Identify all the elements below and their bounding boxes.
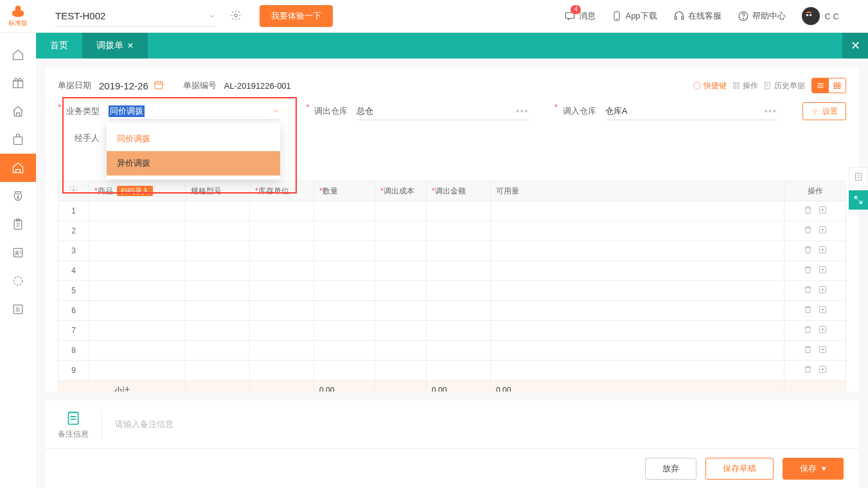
app-download-button[interactable]: App下载: [612, 10, 657, 22]
svg-rect-28: [733, 86, 736, 89]
svg-rect-37: [838, 83, 840, 86]
nav-gift[interactable]: [0, 69, 36, 97]
close-all-tabs[interactable]: ✕: [842, 33, 868, 59]
delete-icon[interactable]: [803, 265, 813, 275]
table-row[interactable]: 3: [58, 241, 846, 261]
delete-icon[interactable]: [803, 345, 813, 354]
nav-home2[interactable]: [0, 97, 36, 125]
top-gear-icon[interactable]: [230, 10, 242, 23]
col-op: 操作: [784, 181, 846, 201]
phone-icon: [612, 10, 622, 22]
table-row[interactable]: 9: [58, 361, 846, 381]
help-button[interactable]: 帮助中心: [738, 10, 786, 22]
svg-text:新: 新: [15, 307, 21, 312]
in-warehouse-field[interactable]: *调入仓库 仓库A•••: [554, 102, 777, 120]
view-grid[interactable]: [829, 78, 846, 93]
dd-option-same-price[interactable]: 同价调拨: [107, 127, 280, 151]
delete-icon[interactable]: [803, 205, 813, 215]
nav-warehouse[interactable]: [0, 154, 36, 182]
nav-bag[interactable]: [0, 125, 36, 154]
svg-rect-70: [855, 174, 861, 181]
user-menu[interactable]: C C: [802, 7, 839, 25]
settings-button[interactable]: 设置: [802, 102, 846, 120]
table-row[interactable]: 2: [58, 221, 846, 241]
nav-contact[interactable]: [0, 239, 36, 267]
support-button[interactable]: 在线客服: [673, 10, 722, 22]
messages-button[interactable]: 4 消息: [564, 10, 596, 22]
col-gear[interactable]: [58, 181, 89, 201]
biz-type-field[interactable]: *业务类型 同价调拨 同价调拨 异价调拨: [58, 102, 280, 120]
add-icon[interactable]: [818, 265, 828, 275]
logo: 标准版: [0, 0, 36, 32]
add-icon[interactable]: [818, 345, 828, 354]
delete-icon[interactable]: [803, 365, 813, 374]
add-icon[interactable]: [818, 365, 828, 374]
add-icon[interactable]: [818, 205, 828, 215]
nav-clipboard[interactable]: [0, 210, 36, 239]
dd-option-diff-price[interactable]: 异价调拨: [107, 151, 280, 176]
sidebar: 新: [0, 33, 36, 488]
svg-point-8: [806, 14, 808, 16]
nav-money[interactable]: [0, 182, 36, 210]
save-draft-button[interactable]: 保存草稿: [705, 458, 774, 480]
delete-icon[interactable]: [803, 285, 813, 294]
calendar-icon[interactable]: [154, 80, 164, 92]
ops-button[interactable]: 操作: [732, 80, 758, 91]
tab-home[interactable]: 首页: [36, 33, 82, 59]
tenant-select[interactable]: TEST-H002: [55, 5, 216, 27]
svg-rect-5: [681, 17, 683, 20]
svg-rect-21: [155, 82, 163, 89]
svg-point-0: [235, 14, 238, 17]
more-icon[interactable]: •••: [516, 105, 529, 117]
table-row[interactable]: 8: [58, 341, 846, 361]
add-icon[interactable]: [818, 245, 828, 255]
add-icon[interactable]: [818, 325, 828, 334]
shortcut-button[interactable]: 快捷键: [693, 80, 727, 91]
doc-date-label: 单据日期: [58, 80, 91, 91]
discard-button[interactable]: 放弃: [645, 458, 696, 480]
avatar: [802, 7, 820, 25]
history-button[interactable]: 历史单据: [763, 80, 805, 91]
nav-circle[interactable]: [0, 267, 36, 295]
table-row[interactable]: 1: [58, 201, 846, 221]
add-icon[interactable]: [818, 285, 828, 294]
delete-icon[interactable]: [803, 325, 813, 334]
table-row[interactable]: 7: [58, 321, 846, 341]
nav-new[interactable]: 新: [0, 295, 36, 323]
chevron-down-icon: [208, 12, 216, 20]
form-row-1: *业务类型 同价调拨 同价调拨 异价调拨: [58, 102, 846, 120]
topbar: 标准版 TEST-H002 我要体验一下 4 消息 App下载 在线客服 帮助中…: [0, 0, 868, 33]
view-toggle: [811, 78, 846, 93]
scan-button[interactable]: 扫码录入: [117, 186, 153, 196]
gear-icon: [69, 185, 78, 195]
svg-rect-26: [733, 82, 736, 85]
note-icon: [65, 410, 82, 426]
headset-icon: [673, 10, 685, 22]
table-row[interactable]: 4: [58, 261, 846, 281]
col-unit: *库存单位: [250, 181, 314, 201]
svg-point-25: [694, 82, 701, 89]
nav-home[interactable]: [0, 41, 36, 69]
view-list[interactable]: [812, 78, 829, 93]
tabstrip: 首页 调拨单✕ ✕: [36, 33, 868, 59]
side-note-icon[interactable]: [849, 167, 868, 186]
add-icon[interactable]: [818, 225, 828, 235]
svg-point-7: [743, 18, 743, 19]
more-icon[interactable]: •••: [764, 105, 777, 117]
tab-close-icon[interactable]: ✕: [127, 41, 134, 50]
doc-date-value[interactable]: 2019-12-26: [99, 80, 148, 91]
table-row[interactable]: 5: [58, 281, 846, 301]
trial-button[interactable]: 我要体验一下: [260, 5, 333, 27]
tab-transfer[interactable]: 调拨单✕: [82, 33, 148, 59]
delete-icon[interactable]: [803, 305, 813, 314]
add-icon[interactable]: [818, 305, 828, 314]
delete-icon[interactable]: [803, 245, 813, 255]
delete-icon[interactable]: [803, 225, 813, 235]
remark-input[interactable]: 请输入备注信息: [115, 419, 846, 430]
svg-point-17: [16, 251, 18, 253]
out-warehouse-field[interactable]: *调出仓库 总仓•••: [306, 102, 528, 120]
save-button[interactable]: 保存▾: [783, 458, 844, 480]
chevron-down-icon: ▾: [822, 464, 826, 473]
side-expand-icon[interactable]: [849, 190, 868, 210]
table-row[interactable]: 6: [58, 301, 846, 321]
